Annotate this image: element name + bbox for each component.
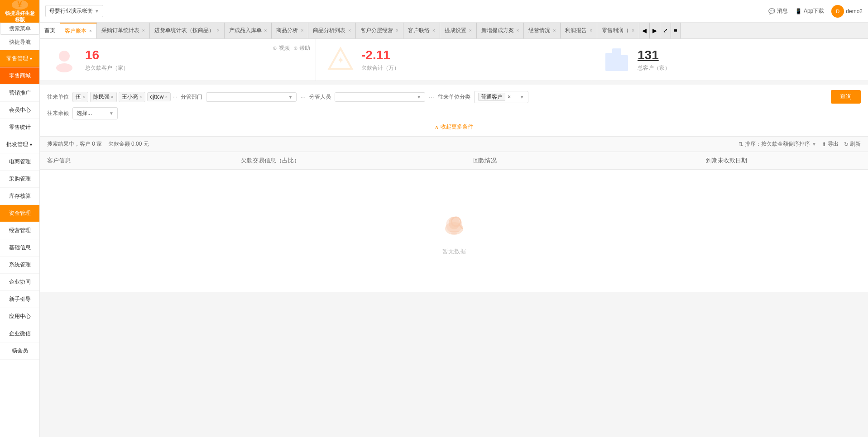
sidebar-item-system[interactable]: 系统管理: [0, 256, 39, 274]
app-download-button[interactable]: 📱 App下载: [795, 7, 824, 15]
topbar: 母婴行业演示帐套 ▼ 💬 消息 📱 App下载 D demo2: [40, 0, 868, 23]
svg-rect-12: [450, 231, 459, 232]
tab-customer-contact-close[interactable]: ×: [432, 28, 435, 33]
tabs-menu-button[interactable]: ≡: [671, 23, 681, 39]
tab-product-stock-close[interactable]: ×: [264, 28, 267, 33]
sort-chevron: ▼: [812, 142, 816, 147]
filter-person-dots2: ···: [429, 93, 434, 100]
tab-profit-report-close[interactable]: ×: [590, 28, 592, 33]
tab-product-analysis[interactable]: 商品分析 ×: [272, 23, 308, 39]
tab-purchase-order-label: 采购订单统计表: [101, 27, 139, 34]
stat-video-help: ⊙ 视频 ⊙ 帮助: [273, 44, 310, 52]
user-profile-button[interactable]: D demo2: [831, 5, 863, 18]
tab-stock-table[interactable]: 进货单统计表（按商品） ×: [150, 23, 225, 39]
tab-stock-table-close[interactable]: ×: [217, 28, 220, 33]
filter-tag-chen-close[interactable]: ×: [111, 95, 114, 100]
sidebar-item-wholesale[interactable]: 批发管理 ▼: [0, 136, 39, 153]
sidebar-item-enterprise-wechat[interactable]: 企业微信: [0, 325, 39, 342]
stat-icon-customers: [51, 46, 78, 73]
tab-profit-report[interactable]: 利润报告 ×: [561, 23, 597, 39]
tab-operation-status-close[interactable]: ×: [553, 28, 556, 33]
query-button[interactable]: 查询: [831, 90, 861, 104]
tabs-maximize-button[interactable]: ⤢: [660, 23, 671, 39]
filter-tag-wu-close[interactable]: ×: [82, 95, 85, 100]
account-selector[interactable]: 母婴行业演示帐套 ▼: [45, 5, 103, 17]
result-customer-count: 0: [92, 141, 95, 147]
filter-unit-class-tag-close[interactable]: ×: [508, 94, 511, 100]
stat-label-total-customers: 总客户（家）: [638, 64, 670, 72]
sidebar-item-retail-mall[interactable]: 零售商城: [0, 67, 39, 85]
tab-customer-account-close[interactable]: ×: [89, 28, 92, 33]
tab-purchase-order[interactable]: 采购订单统计表 ×: [97, 23, 150, 39]
sidebar-item-finance[interactable]: 资金管理: [0, 205, 39, 222]
sidebar-item-retail-stats[interactable]: 零售统计: [0, 119, 39, 136]
sidebar-item-new-guide[interactable]: 新手引导: [0, 291, 39, 308]
tab-customer-tier-close[interactable]: ×: [396, 28, 398, 33]
tab-customer-contact-label: 客户联络: [408, 27, 430, 34]
stat-card-debt: ✦ -2.11 欠款合计（万）: [316, 39, 592, 81]
tab-new-promotion-close[interactable]: ×: [517, 28, 519, 33]
tab-product-analysis-close[interactable]: ×: [301, 28, 303, 33]
filter-balance-select[interactable]: 选择... ▼: [72, 107, 118, 119]
tab-product-analysis-list-close[interactable]: ×: [348, 28, 351, 33]
filter-balance-label: 往来余额: [47, 109, 69, 117]
col-header-date: 到期未收款日期: [706, 157, 861, 165]
stat-icon-total-customers: [603, 46, 630, 73]
sidebar-search-button[interactable]: 搜索菜单: [0, 23, 39, 35]
tab-product-stock-label: 产成品入库单: [229, 27, 262, 34]
tab-customer-account[interactable]: 客户账本 ×: [60, 23, 97, 39]
tabs-prev-button[interactable]: ◀: [639, 23, 650, 39]
filter-tags-more-button[interactable]: ···: [173, 94, 177, 100]
filter-person-select[interactable]: ▼: [335, 92, 425, 102]
filter-dept-chevron: ▼: [288, 95, 293, 100]
refresh-button[interactable]: ↻ 刷新: [844, 140, 861, 148]
tab-product-analysis-list[interactable]: 商品分析列表 ×: [308, 23, 356, 39]
filter-tag-wang-close[interactable]: ×: [139, 95, 142, 100]
tabs-next-button[interactable]: ▶: [650, 23, 660, 39]
filter-unit-class-chevron: ▼: [520, 95, 524, 100]
filter-collapse-button[interactable]: ∧ 收起更多条件: [47, 123, 861, 131]
filter-person-dots: ···: [300, 93, 306, 100]
filter-dept-select[interactable]: ▼: [206, 92, 297, 102]
sidebar-item-operations[interactable]: 经营管理: [0, 222, 39, 239]
tab-retail-profit-close[interactable]: ×: [632, 28, 634, 33]
tab-customer-account-label: 客户账本: [65, 27, 86, 35]
export-icon: ⬆: [822, 141, 826, 147]
svg-point-1: [56, 63, 72, 72]
sort-button[interactable]: ⇅ 排序：按欠款金额倒序排序 ▼: [739, 140, 816, 148]
sidebar-item-vip-member[interactable]: 畅会员: [0, 342, 39, 360]
tab-home-label: 首页: [44, 27, 55, 34]
tab-product-analysis-label: 商品分析: [276, 27, 298, 34]
sidebar-item-purchase[interactable]: 采购管理: [0, 171, 39, 188]
tab-retail-profit[interactable]: 零售利润（ ×: [597, 23, 639, 39]
help-button[interactable]: ⊙ 帮助: [293, 44, 310, 52]
col-header-debt: 欠款交易信息（占比）: [241, 157, 473, 165]
tab-customer-tier[interactable]: 客户分层经营 ×: [356, 23, 403, 39]
tab-new-promotion[interactable]: 新增提成方案 ×: [477, 23, 524, 39]
tab-operation-status[interactable]: 经营情况 ×: [524, 23, 561, 39]
tab-customer-contact[interactable]: 客户联络 ×: [403, 23, 440, 39]
logo-text: 畅捷通好生意: [5, 10, 35, 16]
sidebar-item-basic-info[interactable]: 基础信息: [0, 239, 39, 256]
filter-unit-class-select[interactable]: 普通客户 × ▼: [474, 91, 528, 103]
sidebar-item-ecommerce[interactable]: 电商管理: [0, 153, 39, 171]
tab-purchase-order-close[interactable]: ×: [142, 28, 145, 33]
tab-promotion-settings-close[interactable]: ×: [469, 28, 472, 33]
sidebar-item-retail[interactable]: 零售管理 ▼: [0, 50, 39, 67]
sidebar-item-enterprise-collab[interactable]: 企业协同: [0, 274, 39, 291]
sidebar-item-member[interactable]: 会员中心: [0, 102, 39, 119]
filter-tags-unit: 伍 × 陈民强 × 王小亮 × cjttcw × ···: [72, 92, 177, 102]
username-label: demo2: [846, 8, 863, 14]
tab-home[interactable]: 首页: [40, 23, 60, 39]
tab-promotion-settings[interactable]: 提成设置 ×: [440, 23, 477, 39]
video-button[interactable]: ⊙ 视频: [273, 44, 289, 52]
export-button[interactable]: ⬆ 导出: [822, 140, 839, 148]
message-button[interactable]: 💬 消息: [768, 7, 788, 15]
sidebar-quick-nav[interactable]: 快捷导航: [0, 35, 39, 50]
tab-product-stock[interactable]: 产成品入库单 ×: [225, 23, 272, 39]
filter-tag-cjttcw-close[interactable]: ×: [165, 95, 168, 100]
sidebar-item-app-center[interactable]: 应用中心: [0, 308, 39, 325]
sidebar-item-marketing[interactable]: 营销推广: [0, 85, 39, 102]
svg-rect-13: [451, 233, 457, 234]
sidebar-item-inventory[interactable]: 库存核算: [0, 188, 39, 205]
